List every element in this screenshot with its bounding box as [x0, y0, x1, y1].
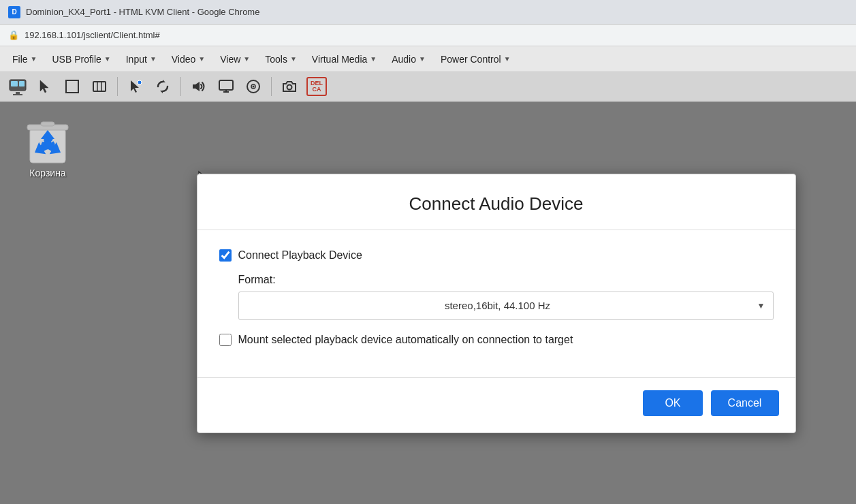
svg-rect-3 [16, 92, 20, 94]
menu-usb-profile[interactable]: USB Profile ▼ [45, 50, 117, 68]
smart-pointer-icon [128, 79, 143, 94]
dialog-footer: OK Cancel [197, 377, 795, 432]
cd-icon [246, 79, 261, 94]
autofit-button[interactable] [87, 75, 112, 98]
smart-pointer-button[interactable] [123, 75, 148, 98]
refresh-icon [155, 79, 170, 94]
chevron-down-icon: ▼ [150, 55, 157, 63]
svg-rect-6 [66, 80, 78, 93]
fullscreen-button[interactable] [60, 75, 84, 98]
separator-3 [271, 77, 272, 96]
modal-overlay: Connect Audio Device Connect Playback De… [0, 102, 856, 504]
svg-point-21 [287, 85, 292, 90]
browser-addressbar: 🔒 192.168.1.101/jsclient/Client.html# [0, 25, 856, 46]
fullscreen-icon [65, 79, 80, 94]
svg-marker-13 [160, 91, 163, 93]
monitor-icon [219, 79, 234, 94]
chevron-down-icon: ▼ [243, 55, 250, 63]
chevron-down-icon: ▼ [504, 55, 511, 63]
auto-mount-checkbox[interactable] [219, 334, 232, 346]
kvm-switch-button[interactable] [5, 75, 30, 98]
browser-title: Dominion_KX4_Port1 - HTML KVM Client - G… [26, 7, 259, 17]
format-section: Format: stereo,16bit, 44.100 Hz stereo,1… [238, 274, 774, 320]
menu-input[interactable]: Input ▼ [119, 50, 163, 68]
chevron-down-icon: ▼ [31, 55, 37, 63]
format-select[interactable]: stereo,16bit, 44.100 Hz stereo,16bit, 48… [238, 292, 774, 320]
connect-playback-row: Connect Playback Device [219, 249, 774, 262]
browser-url: 192.168.1.101/jsclient/Client.html# [25, 30, 160, 40]
cd-button[interactable] [241, 75, 266, 98]
ok-button[interactable]: OK [643, 390, 702, 416]
cursor-icon [37, 79, 52, 94]
menu-view[interactable]: View ▼ [213, 50, 257, 68]
lock-icon: 🔒 [8, 30, 19, 40]
del-ca-icon: DELCA [306, 77, 327, 96]
connect-audio-dialog: Connect Audio Device Connect Playback De… [197, 174, 796, 433]
camera-icon [282, 79, 297, 94]
dialog-body: Connect Playback Device Format: stereo,1… [197, 230, 795, 377]
kvm-menubar: File ▼ USB Profile ▼ Input ▼ Video ▼ Vie… [0, 46, 856, 72]
auto-mount-label[interactable]: Mount selected playback device automatic… [219, 334, 573, 346]
menu-power-control[interactable]: Power Control ▼ [434, 50, 518, 68]
audio-button[interactable] [187, 75, 211, 98]
menu-video[interactable]: Video ▼ [165, 50, 212, 68]
svg-rect-15 [219, 80, 233, 90]
monitor-button[interactable] [214, 75, 238, 98]
menu-tools[interactable]: Tools ▼ [258, 50, 304, 68]
chevron-down-icon: ▼ [290, 55, 297, 63]
format-select-wrapper: stereo,16bit, 44.100 Hz stereo,16bit, 48… [238, 292, 774, 320]
refresh-button[interactable] [150, 75, 175, 98]
svg-point-11 [138, 80, 142, 84]
menu-virtual-media[interactable]: Virtual Media ▼ [305, 50, 383, 68]
kvm-toolbar: DELCA [0, 72, 856, 102]
svg-marker-14 [193, 82, 200, 91]
cancel-button[interactable]: Cancel [711, 390, 779, 416]
svg-rect-7 [93, 82, 106, 91]
auto-mount-row: Mount selected playback device automatic… [219, 334, 774, 346]
chevron-down-icon: ▼ [419, 55, 426, 63]
format-label: Format: [238, 274, 774, 286]
chevron-down-icon: ▼ [370, 55, 377, 63]
browser-titlebar: D Dominion_KX4_Port1 - HTML KVM Client -… [0, 0, 856, 25]
autofit-icon [92, 79, 107, 94]
connect-playback-label[interactable]: Connect Playback Device [219, 249, 362, 262]
svg-rect-1 [11, 81, 18, 86]
kvm-switch-icon [8, 77, 27, 96]
speaker-icon [191, 79, 206, 94]
kvm-desktop: ♻ Корзина Connect Audio Device Connect P… [0, 102, 856, 504]
cursor-button[interactable] [33, 75, 57, 98]
connect-playback-checkbox[interactable] [219, 249, 232, 262]
menu-audio[interactable]: Audio ▼ [385, 50, 432, 68]
separator-2 [180, 77, 181, 96]
svg-rect-4 [13, 94, 22, 95]
ctrl-alt-del-button[interactable]: DELCA [304, 75, 329, 98]
dialog-header: Connect Audio Device [197, 174, 795, 230]
svg-marker-5 [40, 80, 48, 93]
menu-file[interactable]: File ▼ [5, 50, 44, 68]
browser-favicon: D [8, 6, 20, 18]
screenshot-button[interactable] [277, 75, 302, 98]
svg-rect-2 [19, 81, 25, 86]
dialog-title: Connect Audio Device [214, 193, 779, 215]
svg-point-20 [253, 86, 255, 88]
chevron-down-icon: ▼ [198, 55, 205, 63]
chevron-down-icon: ▼ [104, 55, 111, 63]
separator-1 [117, 77, 118, 96]
svg-marker-12 [163, 80, 165, 82]
